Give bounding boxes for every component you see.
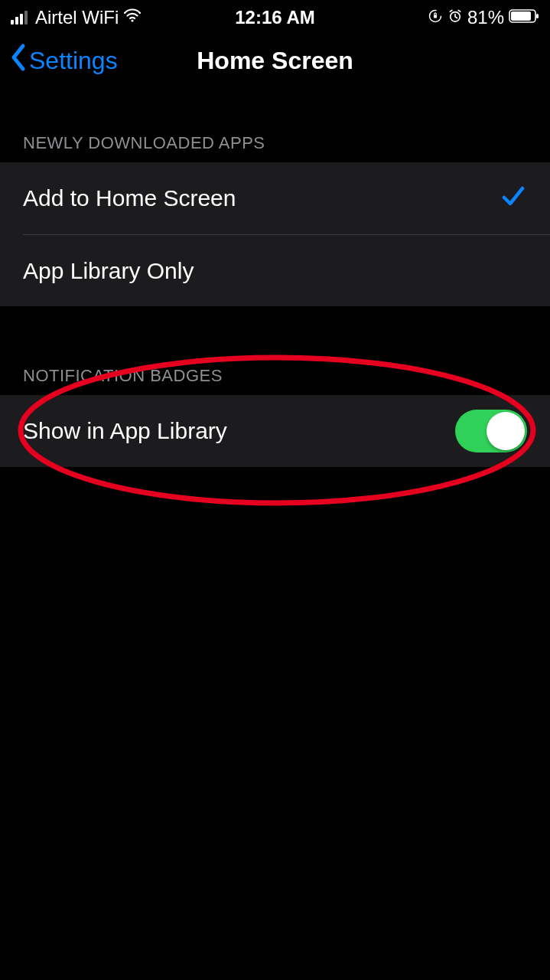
battery-percentage: 81% <box>467 7 504 28</box>
alarm-icon <box>447 7 463 28</box>
newly-downloaded-group: Add to Home Screen App Library Only <box>0 162 550 306</box>
notification-badges-group: Show in App Library <box>0 395 550 467</box>
battery-icon <box>509 7 539 28</box>
status-left: Airtel WiFi <box>11 6 142 29</box>
nav-bar: Settings Home Screen <box>0 34 550 87</box>
section-header-newly-downloaded: NEWLY DOWNLOADED APPS <box>0 87 550 162</box>
option-label: App Library Only <box>23 258 194 284</box>
carrier-label: Airtel WiFi <box>35 7 119 28</box>
svg-rect-6 <box>536 14 539 18</box>
status-bar: Airtel WiFi 12:16 AM 81% <box>0 0 550 34</box>
svg-rect-2 <box>434 15 437 18</box>
option-add-to-home-screen[interactable]: Add to Home Screen <box>0 162 550 234</box>
status-time: 12:16 AM <box>235 7 314 28</box>
svg-point-0 <box>132 19 134 21</box>
toggle-knob <box>487 412 525 450</box>
show-in-app-library-toggle[interactable] <box>455 410 527 452</box>
option-label: Add to Home Screen <box>23 185 236 211</box>
chevron-left-icon <box>8 43 28 78</box>
status-right: 81% <box>428 7 539 28</box>
checkmark-icon <box>500 182 527 215</box>
svg-rect-5 <box>511 11 531 21</box>
option-app-library-only[interactable]: App Library Only <box>23 234 550 306</box>
section-header-notification-badges: NOTIFICATION BADGES <box>0 306 550 395</box>
page-title: Home Screen <box>197 47 353 75</box>
show-in-app-library-row: Show in App Library <box>0 395 550 467</box>
back-label: Settings <box>29 47 118 75</box>
cellular-signal-icon <box>11 11 28 24</box>
back-button[interactable]: Settings <box>8 43 118 78</box>
orientation-lock-icon <box>428 7 443 28</box>
wifi-icon <box>123 6 142 29</box>
toggle-label: Show in App Library <box>23 418 227 444</box>
